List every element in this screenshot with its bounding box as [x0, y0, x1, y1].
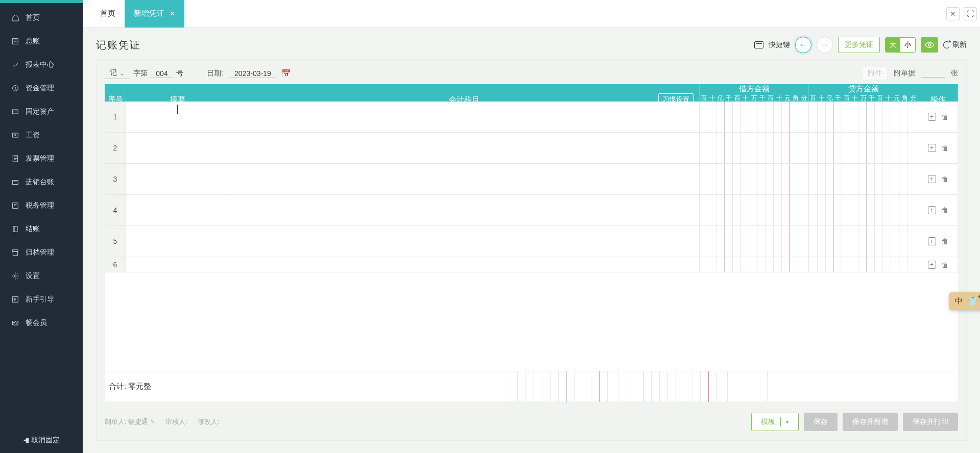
credit-input[interactable] — [809, 257, 918, 272]
add-row-icon[interactable]: + — [928, 113, 936, 121]
row-seq: 3 — [105, 164, 126, 195]
sidebar-nav: 首页 总账 报表中心 资金管理 固定资产 工资 发票管理 进销台账 税务管理 结… — [0, 3, 83, 427]
ime-help-icon[interactable]: ◈ — [978, 293, 980, 299]
total-credit — [618, 371, 728, 401]
ime-skin-icon[interactable]: 👕 — [968, 296, 978, 306]
size-small[interactable]: 小 — [900, 38, 915, 52]
add-row-icon[interactable]: + — [928, 261, 936, 269]
delete-row-icon[interactable]: 🗑 — [941, 206, 948, 214]
delete-row-icon[interactable]: 🗑 — [941, 113, 948, 121]
summary-input[interactable] — [126, 226, 229, 257]
voucher-date-input[interactable]: 2023-03-19 — [229, 69, 276, 78]
nav-guide[interactable]: 新手引导 — [0, 288, 83, 311]
add-row-icon[interactable]: + — [928, 144, 936, 152]
nav-funds[interactable]: 资金管理 — [0, 77, 83, 100]
nav-home[interactable]: 首页 — [0, 6, 83, 30]
ime-floating-toolbar[interactable]: 中 👕 ◈ — [949, 292, 980, 310]
more-voucher-button[interactable]: 更多凭证 — [838, 37, 880, 53]
save-new-button[interactable]: 保存并新增 — [843, 413, 898, 431]
voucher-type-select[interactable]: 记 — [105, 68, 130, 79]
nav-settings[interactable]: 设置 — [0, 264, 83, 288]
add-row-icon[interactable]: + — [928, 206, 936, 214]
chevron-down-icon: ▾ — [786, 419, 789, 425]
credit-input[interactable] — [809, 164, 918, 195]
tab-home[interactable]: 首页 — [91, 0, 125, 28]
delete-row-icon[interactable]: 🗑 — [941, 144, 948, 152]
sidebar-unpin[interactable]: ◂▮取消固定 — [0, 427, 83, 453]
debit-input[interactable] — [700, 102, 809, 133]
summary-input[interactable] — [126, 102, 229, 133]
unpin-arrow-icon: ◂▮ — [23, 436, 28, 444]
nav-tax[interactable]: 税务管理 — [0, 194, 83, 217]
row-ops: +🗑 — [918, 257, 958, 272]
debit-input[interactable] — [700, 257, 809, 272]
row-seq: 2 — [105, 133, 126, 164]
add-row-icon[interactable]: + — [928, 175, 936, 183]
salary-icon — [11, 131, 19, 139]
delete-row-icon[interactable]: 🗑 — [941, 175, 948, 183]
nav-ledger[interactable]: 总账 — [0, 30, 83, 53]
save-button[interactable]: 保存 — [804, 413, 838, 431]
prev-voucher-button[interactable]: ← — [795, 37, 811, 53]
debit-input[interactable] — [700, 164, 809, 195]
close-tab-icon[interactable]: ✕ — [170, 10, 175, 17]
chart-icon — [11, 61, 19, 69]
nav-inventory[interactable]: 进销台账 — [0, 170, 83, 194]
attached-docs-input[interactable] — [921, 69, 945, 78]
archive-icon — [11, 248, 19, 257]
summary-input[interactable] — [126, 195, 229, 226]
nav-vip[interactable]: 畅会员 — [0, 311, 83, 335]
voucher-number-input[interactable]: 004 — [151, 69, 173, 78]
template-button[interactable]: 模板▾ — [751, 413, 799, 431]
size-large[interactable]: 大 — [886, 38, 900, 52]
debit-input[interactable] — [700, 226, 809, 257]
nav-archive[interactable]: 归档管理 — [0, 241, 83, 264]
account-input[interactable] — [229, 195, 700, 226]
total-debit — [509, 371, 618, 401]
preview-button[interactable] — [921, 37, 938, 53]
size-toggle[interactable]: 大 小 — [885, 37, 916, 53]
account-input[interactable] — [229, 226, 700, 257]
tabs-fullscreen-button[interactable]: ⛶ — [964, 7, 977, 20]
row-seq: 5 — [105, 226, 126, 257]
refresh-icon — [943, 41, 950, 48]
summary-input[interactable] — [126, 133, 229, 164]
nav-close-period[interactable]: 结账 — [0, 217, 83, 241]
account-input[interactable] — [229, 133, 700, 164]
nav-salary[interactable]: 工资 — [0, 123, 83, 147]
tab-new-voucher[interactable]: 新增凭证✕ — [125, 0, 184, 28]
edit-maker-icon[interactable]: ✎ — [150, 418, 155, 425]
gear-icon — [11, 272, 19, 280]
refresh-button[interactable]: 刷新 — [943, 40, 967, 49]
nav-invoice[interactable]: 发票管理 — [0, 147, 83, 170]
account-input[interactable] — [229, 102, 700, 133]
total-label: 合计: 零元整 — [105, 371, 509, 401]
summary-input[interactable] — [126, 164, 229, 195]
money-icon — [11, 84, 19, 92]
delete-row-icon[interactable]: 🗑 — [941, 237, 948, 245]
ime-mode-label[interactable]: 中 — [955, 296, 963, 306]
header-tools: 快捷键 ← → 更多凭证 大 小 刷新 — [754, 37, 967, 53]
debit-input[interactable] — [700, 195, 809, 226]
svg-rect-9 — [13, 251, 17, 255]
account-input[interactable] — [229, 257, 700, 272]
next-voucher-button[interactable]: → — [817, 37, 833, 53]
summary-input[interactable] — [126, 257, 229, 272]
nav-assets[interactable]: 固定资产 — [0, 100, 83, 123]
credit-input[interactable] — [809, 226, 918, 257]
save-print-button[interactable]: 保存并打印 — [903, 413, 958, 431]
shortcut-button[interactable]: 快捷键 — [769, 40, 790, 49]
delete-row-icon[interactable]: 🗑 — [941, 261, 948, 269]
credit-input[interactable] — [809, 195, 918, 226]
svg-rect-5 — [13, 156, 17, 162]
credit-input[interactable] — [809, 102, 918, 133]
add-row-icon[interactable]: + — [928, 237, 936, 245]
tabs-close-all-button[interactable]: ✕ — [946, 7, 960, 20]
debit-input[interactable] — [700, 133, 809, 164]
nav-reports[interactable]: 报表中心 — [0, 53, 83, 77]
account-input[interactable] — [229, 164, 700, 195]
table-body: 1 +🗑 2 +🗑 — [105, 102, 958, 371]
calendar-icon[interactable]: 📅 — [281, 69, 291, 78]
credit-input[interactable] — [809, 133, 918, 164]
invoice-icon — [11, 155, 19, 163]
